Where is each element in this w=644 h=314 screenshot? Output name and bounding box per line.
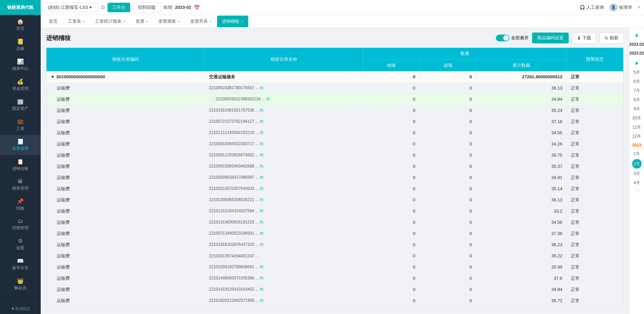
month-10[interactable]: 10月	[630, 114, 643, 122]
table-row[interactable]: 运输费 22100511252826674802 ... 吨 0 0 35.75…	[46, 150, 623, 161]
year-2023-label: 2023	[630, 142, 643, 149]
tab-salary-table[interactable]: 工资表 ×	[63, 16, 90, 27]
item-sales-cell: 0	[363, 116, 420, 127]
tab-close-icon[interactable]: ×	[123, 19, 125, 23]
user-info[interactable]: 👤 徐澄华	[609, 3, 632, 12]
tab-invoice-issue[interactable]: 发票开具 ×	[186, 16, 216, 27]
home-icon: 🏠	[17, 18, 24, 25]
sidebar-item-closing[interactable]: 📌 结账	[0, 195, 41, 215]
window-close-button[interactable]: ×	[638, 4, 641, 11]
month-11[interactable]: 11月	[630, 123, 643, 131]
table-row[interactable]: 运输费 22101310194324037594 ... 吨 0 0 33.2 …	[46, 205, 623, 217]
table-row[interactable]: 运输费 22100509034317086587 ... 吨 0 0 34.91…	[46, 172, 623, 183]
tab-close-icon[interactable]: ×	[83, 19, 85, 23]
tab-close-icon[interactable]: ×	[210, 19, 212, 23]
item-name-cell: 运输费	[46, 138, 205, 150]
sidebar-item-ledger[interactable]: 📒 总账	[0, 35, 41, 55]
copy-icon[interactable]: ⧉	[101, 4, 105, 11]
item-name-cell: 运输费	[46, 228, 205, 239]
month-4[interactable]: 4月	[630, 179, 643, 187]
item-name-cell: 运输费	[46, 284, 205, 295]
col-qty-header: 数量	[363, 48, 567, 60]
tab-purchase-sales-check[interactable]: 进销稽核 ×	[217, 16, 248, 27]
table-row[interactable]: 运输费 22101419125410143402 ... 吨 0 0 34.94…	[46, 284, 623, 295]
refresh-button[interactable]: ↻ 刷新	[600, 33, 624, 43]
table-row[interactable]: 运输费 22100615083403402688 ... 吨 0 0 35.37…	[46, 161, 623, 172]
tab-invoice-calc[interactable]: 发票测算 ×	[154, 16, 184, 27]
month-8[interactable]: 8月	[630, 96, 643, 104]
sidebar-item-label: 畅会员	[14, 285, 26, 291]
table-row[interactable]: 运输费 22101820212692571958 ... 吨 0 0 36.72…	[46, 295, 623, 306]
table-row[interactable]: 运输费 22100213574294001247 ... 0 0 36.22 正…	[46, 250, 623, 261]
item-sales-cell: 0	[363, 127, 420, 138]
goods-code-settings-button[interactable]: 商品编码设置	[532, 33, 569, 43]
month-1[interactable]: 1月	[630, 150, 643, 158]
table-row[interactable]: ▼ 30100000000000000000 交通运输服务 0 0 27262.…	[46, 71, 623, 82]
item-name-cell: 运输费	[46, 127, 205, 138]
month-2-active[interactable]: 2月	[632, 159, 642, 169]
sidebar-item-reports[interactable]: 📊 报表中心	[0, 55, 41, 75]
sidebar-unpin[interactable]: ◀ 取消固定	[0, 303, 41, 314]
tab-home[interactable]: 首页	[44, 16, 62, 27]
item-purchase-cell: 0	[419, 239, 476, 250]
sidebar-item-salary[interactable]: 💼 工资	[0, 115, 41, 135]
sidebar-item-settings[interactable]: ⚙ 设置	[0, 234, 41, 254]
salary-icon: 💼	[17, 118, 24, 125]
month-3[interactable]: 3月	[630, 170, 643, 178]
switch-version-button[interactable]: 切到旧版	[133, 2, 161, 13]
sidebar-item-home[interactable]: 🏠 首页	[0, 15, 41, 35]
sidebar-item-assets[interactable]: 🏢 固定资产	[0, 95, 41, 115]
sidebar-item-member[interactable]: 👑 畅会员	[0, 274, 41, 294]
page-title: 进销稽核	[46, 34, 71, 42]
download-button[interactable]: ⬇ 下载	[572, 33, 596, 43]
item-name-cell: 运输费	[46, 194, 205, 205]
tab-close-icon[interactable]: ×	[146, 19, 148, 23]
item-cumulative-cell: 35.75	[476, 150, 567, 161]
table-row[interactable]: 运输费 22100713490523196931 ... 吨 0 0 37.38…	[46, 228, 623, 239]
sidebar-item-label: 资金管理	[12, 86, 28, 92]
sidebar-item-invoice[interactable]: 🧾 发票管理	[0, 135, 41, 155]
scroll-up-icon-2[interactable]: ▲	[633, 58, 641, 67]
table-row[interactable]: 运输费 22101314030816191223 ... 吨 0 0 34.56…	[46, 217, 623, 228]
expand-toggle[interactable]	[496, 35, 509, 41]
table-row[interactable]: 运输费 22101009192789838691 ... 吨 0 0 35.99…	[46, 261, 623, 273]
table-row[interactable]: 运输费 22100721573762194127 ... 吨 0 0 37.18…	[46, 116, 623, 127]
support-label[interactable]: 🎧 人工咨询	[580, 4, 604, 11]
tab-invoice[interactable]: 发票 ×	[131, 16, 153, 27]
item-taxcode-cell: 22101009192789838691 ... 吨	[205, 261, 363, 273]
col-status: 预警状态	[567, 48, 623, 71]
month-7[interactable]: 7月	[630, 87, 643, 95]
table-row[interactable]: 运输费 22101309365208535221 ... 吨 0 0 36.13…	[46, 194, 623, 205]
table-row[interactable]: 运输费 📄22100915031396592224 ... 吨 0 0 34.8…	[46, 94, 623, 105]
table-row[interactable]: 运输费 22100523381780176567 ... 吨 0 0 36.13…	[46, 82, 623, 94]
table-row[interactable]: 运输费 22100215570357643633 ... 吨 0 0 35.14…	[46, 183, 623, 194]
table-row[interactable]: 运输费 22100810094532303717 ... 吨 0 0 34.26…	[46, 138, 623, 150]
month-12[interactable]: 12月	[630, 133, 643, 140]
company-selector[interactable]: (勿动) 江西报宝-LSS ▾	[44, 3, 98, 12]
month-9[interactable]: 9月	[630, 105, 643, 113]
workbench-button[interactable]: 工作台	[108, 3, 130, 12]
item-sales-cell: 0	[363, 183, 420, 194]
group-sales-cell: 0	[363, 71, 420, 82]
table-row[interactable]: 运输费 22101408593571035366 ... 吨 0 0 37.6 …	[46, 273, 623, 284]
calendar-icon[interactable]: 📅	[194, 5, 200, 10]
sidebar-item-finance[interactable]: 💰 资金管理	[0, 75, 41, 95]
col-tax-code: 税收分类编码	[46, 48, 205, 71]
tab-salary-stats[interactable]: 工资统计报表 ×	[90, 16, 130, 27]
item-taxcode-cell: 22100721573762194127 ... 吨	[205, 116, 363, 127]
sidebar-item-archive[interactable]: 🗂 归档管理	[0, 215, 41, 234]
data-table-wrap[interactable]: 税收分类编码 税收分类名称 数量 预警状态 销项 进项 累计数额 ▼ 3	[46, 47, 624, 309]
sidebar-item-purchase-sales[interactable]: 📋 进销台账	[0, 155, 41, 175]
sidebar-item-guide[interactable]: 📖 新手引导	[0, 254, 41, 274]
tab-close-icon[interactable]: ×	[241, 19, 243, 23]
item-taxcode-cell: 22101910361921707536 ... 吨	[205, 105, 363, 116]
table-row[interactable]: 运输费 22101111143592152210 ... 吨 0 0 34.55…	[46, 127, 623, 138]
item-sales-cell: 0	[363, 250, 420, 261]
month-5[interactable]: 5月	[630, 68, 643, 76]
table-row[interactable]: 运输费 22101910361921707536 ... 吨 0 0 35.24…	[46, 105, 623, 116]
tab-close-icon[interactable]: ×	[178, 19, 180, 23]
month-6[interactable]: 6月	[630, 78, 643, 85]
table-row[interactable]: 运输费 22101916102976437325 ... 吨 0 0 36.23…	[46, 239, 623, 250]
scroll-up-icon[interactable]: ▲	[633, 31, 641, 39]
sidebar-item-tax[interactable]: 🏛 税务管理	[0, 175, 41, 195]
